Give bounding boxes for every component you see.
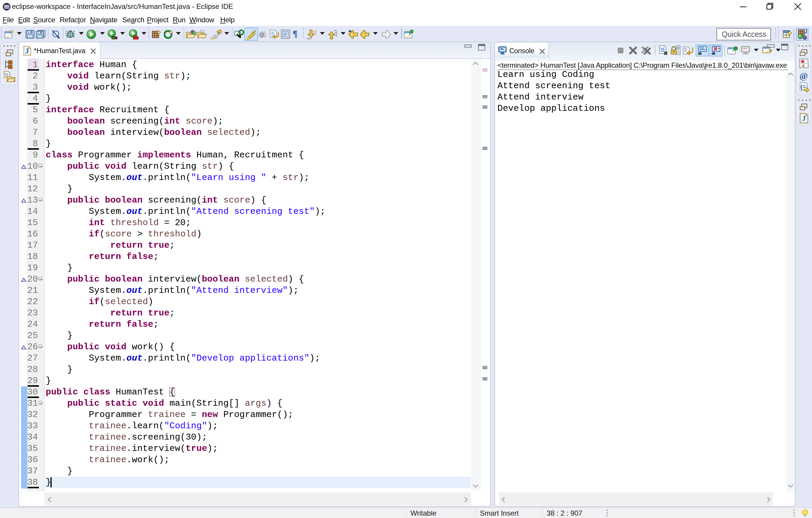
svg-text:{=: {= [801, 83, 806, 90]
svg-text:J: J [802, 114, 806, 123]
svg-text:J: J [25, 47, 29, 55]
svg-text:J: J [804, 29, 807, 34]
